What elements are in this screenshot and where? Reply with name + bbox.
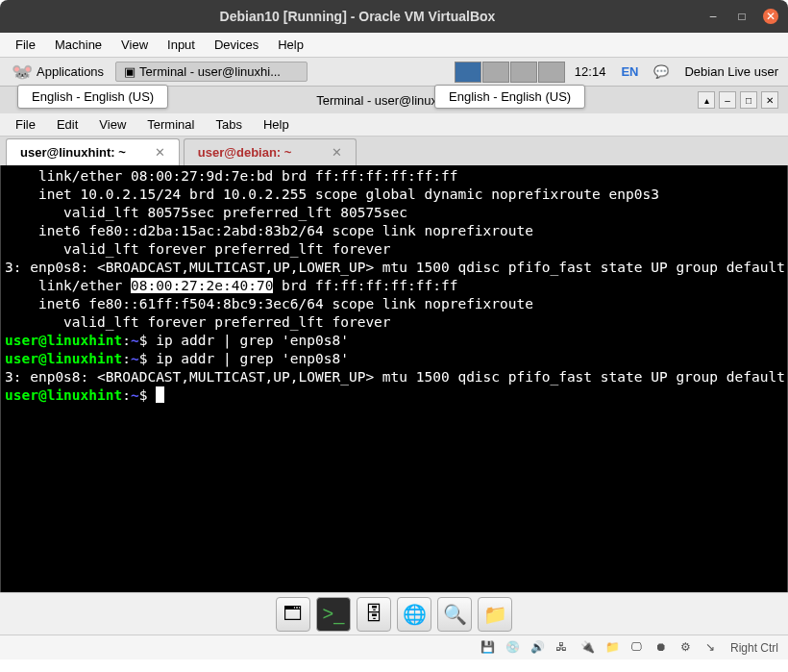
file-manager-icon[interactable]: 🗄 — [357, 597, 391, 632]
terminal-line: inet6 fe80::61ff:f504:8bc9:3ec6/64 scope… — [5, 295, 783, 313]
terminal-line: user@linuxhint:~$ ip addr | grep 'enp0s8… — [5, 332, 783, 350]
vm-window-controls: – □ ✕ — [705, 9, 778, 24]
terminal-line: 3: enp0s8: <BROADCAST,MULTICAST,UP,LOWER… — [5, 368, 783, 386]
terminal-titlebar: English - English (US) Terminal - user@l… — [0, 87, 788, 113]
terminal-line: inet6 fe80::d2ba:15ac:2abd:83b2/64 scope… — [5, 222, 783, 240]
terminal-window-controls: ▴ – □ ✕ — [698, 91, 778, 109]
maximize-icon[interactable]: □ — [734, 9, 750, 24]
show-desktop-icon[interactable]: 🗔 — [276, 597, 310, 632]
tab-close-icon[interactable]: ✕ — [155, 145, 165, 160]
usb-icon[interactable]: 🔌 — [580, 640, 596, 656]
terminal-line: valid_lft forever preferred_lft forever — [5, 313, 783, 332]
term-menu-edit[interactable]: Edit — [47, 115, 87, 134]
notification-icon[interactable]: 💬 — [648, 64, 675, 79]
maximize-icon[interactable]: □ — [740, 91, 757, 109]
term-menu-tabs[interactable]: Tabs — [206, 115, 251, 134]
xfce-dock: 🗔 >_ 🗄 🌐 🔍 📁 — [0, 592, 788, 635]
optical-icon[interactable]: 💿 — [505, 640, 521, 656]
vm-menu-help[interactable]: Help — [270, 36, 311, 54]
cpu-icon[interactable]: ⚙ — [680, 640, 696, 656]
terminal-icon: ▣ — [124, 64, 135, 79]
terminal-menubar: File Edit View Terminal Tabs Help — [0, 113, 788, 137]
minimize-icon[interactable]: – — [705, 9, 721, 24]
xfce-logo-icon: 🐭 — [12, 62, 33, 83]
term-menu-help[interactable]: Help — [254, 115, 299, 134]
ime-indicator-left[interactable]: English - English (US) — [17, 85, 168, 109]
tab-label: user@debian: ~ — [198, 145, 292, 160]
vm-titlebar: Debian10 [Running] - Oracle VM VirtualBo… — [0, 0, 788, 33]
applications-label: Applications — [37, 64, 104, 79]
terminal-line: valid_lft forever preferred_lft forever — [5, 240, 783, 259]
vm-menu-machine[interactable]: Machine — [47, 36, 110, 54]
home-folder-icon[interactable]: 📁 — [478, 597, 512, 632]
applications-menu[interactable]: 🐭 Applications — [4, 60, 111, 85]
terminal-launcher-icon[interactable]: >_ — [316, 597, 351, 632]
tab-linuxhint[interactable]: user@linuxhint: ~ ✕ — [6, 138, 180, 165]
workspace-3[interactable] — [510, 62, 537, 83]
minimize-icon[interactable]: – — [719, 91, 736, 109]
workspace-1[interactable] — [455, 62, 481, 83]
close-icon[interactable]: ✕ — [763, 9, 778, 24]
shared-folder-icon[interactable]: 📁 — [605, 640, 621, 656]
workspace-4[interactable] — [538, 62, 565, 83]
xfce-panel: 🐭 Applications ▣ Terminal - user@linuxhi… — [0, 58, 788, 87]
vm-menu-devices[interactable]: Devices — [207, 36, 266, 54]
terminal-line: inet 10.0.2.15/24 brd 10.0.2.255 scope g… — [5, 186, 783, 204]
recording-icon[interactable]: ⏺ — [655, 640, 671, 656]
network-icon[interactable]: 🖧 — [555, 640, 571, 656]
vm-title: Debian10 [Running] - Oracle VM VirtualBo… — [10, 9, 705, 24]
web-browser-icon[interactable]: 🌐 — [397, 597, 431, 632]
host-key-label: Right Ctrl — [730, 641, 778, 655]
terminal-line: 3: enp0s8: <BROADCAST,MULTICAST,UP,LOWER… — [5, 259, 783, 277]
term-menu-view[interactable]: View — [89, 115, 135, 134]
term-menu-file[interactable]: File — [6, 115, 45, 134]
terminal-output[interactable]: link/ether 08:00:27:9d:7e:bd brd ff:ff:f… — [0, 165, 788, 592]
workspace-2[interactable] — [482, 62, 509, 83]
terminal-line: user@linuxhint:~$ — [5, 386, 783, 405]
tab-close-icon[interactable]: ✕ — [332, 145, 342, 160]
user-label[interactable]: Debian Live user — [678, 64, 784, 79]
tab-debian[interactable]: user@debian: ~ ✕ — [184, 138, 357, 165]
terminal-tabs: user@linuxhint: ~ ✕ user@debian: ~ ✕ — [0, 137, 788, 165]
clock[interactable]: 12:14 — [569, 64, 612, 79]
vm-statusbar: 💾 💿 🔊 🖧 🔌 📁 🖵 ⏺ ⚙ ↘ Right Ctrl — [0, 635, 788, 660]
vm-menu-file[interactable]: File — [8, 36, 43, 54]
vm-menu-view[interactable]: View — [113, 36, 156, 54]
shade-icon[interactable]: ▴ — [698, 91, 715, 109]
ime-indicator-right[interactable]: English - English (US) — [434, 85, 585, 109]
term-menu-terminal[interactable]: Terminal — [137, 115, 204, 134]
terminal-line: link/ether 08:00:27:9d:7e:bd brd ff:ff:f… — [5, 167, 783, 186]
mouse-integration-icon[interactable]: ↘ — [705, 640, 721, 656]
close-icon[interactable]: ✕ — [761, 91, 778, 109]
vm-menubar: File Machine View Input Devices Help — [0, 33, 788, 58]
hdd-icon[interactable]: 💾 — [480, 640, 496, 656]
display-icon[interactable]: 🖵 — [630, 640, 646, 656]
keyboard-layout[interactable]: EN — [615, 64, 644, 79]
vm-menu-input[interactable]: Input — [160, 36, 203, 54]
terminal-line: link/ether 08:00:27:2e:40:70 brd ff:ff:f… — [5, 277, 783, 295]
workspace-switcher — [455, 62, 565, 83]
terminal-line: user@linuxhint:~$ ip addr | grep 'enp0s8… — [5, 350, 783, 368]
task-label: Terminal - user@linuxhi... — [139, 64, 281, 79]
tab-label: user@linuxhint: ~ — [20, 145, 126, 160]
taskbar-terminal[interactable]: ▣ Terminal - user@linuxhi... — [115, 62, 308, 82]
audio-icon[interactable]: 🔊 — [530, 640, 546, 656]
app-finder-icon[interactable]: 🔍 — [437, 597, 472, 632]
terminal-line: valid_lft 80575sec preferred_lft 80575se… — [5, 204, 783, 222]
